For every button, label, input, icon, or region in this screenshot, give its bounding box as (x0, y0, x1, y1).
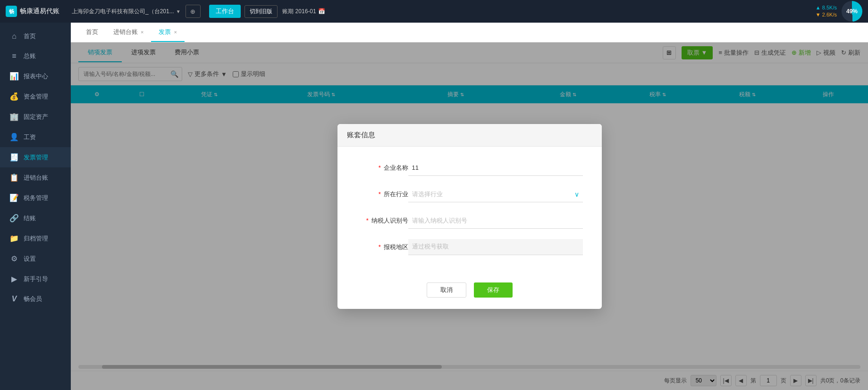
form-row-company-name: * 企业名称 (356, 160, 583, 176)
app-layout: ⌂ 首页 ≡ 总账 📊 报表中心 💰 资金管理 🏢 固定资产 👤 工资 🧾 发票… (0, 23, 868, 390)
salary-icon: 👤 (9, 133, 19, 141)
save-button[interactable]: 保存 (474, 282, 513, 298)
sidebar-label-assets: 固定资产 (24, 113, 48, 121)
sidebar-item-assets[interactable]: 🏢 固定资产 (0, 107, 71, 127)
calendar-icon[interactable]: 📅 (318, 8, 325, 15)
dialog-title: 账套信息 (347, 131, 375, 139)
sidebar-item-funds[interactable]: 💰 资金管理 (0, 86, 71, 107)
sidebar-label-trade: 进销台账 (24, 174, 48, 182)
sidebar-label-settlement: 结账 (24, 214, 36, 223)
sidebar: ⌂ 首页 ≡ 总账 📊 报表中心 💰 资金管理 🏢 固定资产 👤 工资 🧾 发票… (0, 23, 71, 390)
company-action-icon[interactable]: ⊕ (185, 5, 201, 18)
sidebar-label-tax: 税务管理 (24, 194, 48, 202)
label-tax-region: * 报税地区 (356, 243, 408, 251)
sidebar-label-guide: 新手引导 (24, 275, 48, 283)
content-area: 销项发票 进项发票 费用小票 ⊞ 取票 ▼ (71, 42, 868, 390)
sidebar-item-salary[interactable]: 👤 工资 (0, 127, 71, 147)
sidebar-item-invoice[interactable]: 🧾 发票管理 (0, 147, 71, 167)
sidebar-item-trade[interactable]: 📋 进销台账 (0, 167, 71, 188)
sidebar-item-home[interactable]: ⌂ 首页 (0, 26, 71, 46)
download-speed: ▼ 2.6K/s (816, 11, 837, 18)
form-row-tax-id: * 纳税人识别号 (356, 213, 583, 229)
sidebar-label-invoice: 发票管理 (24, 153, 48, 162)
top-bar: 畅 畅康通易代账 上海卯金刀电子科技有限公司_（台201... ▼ ⊕ 工作台 … (0, 0, 868, 23)
label-tax-id: * 纳税人识别号 (356, 216, 408, 225)
label-industry: * 所在行业 (356, 190, 408, 199)
input-tax-region-disabled: 通过税号获取 (408, 239, 583, 255)
app-logo: 畅 畅康通易代账 (6, 6, 67, 17)
sidebar-label-archive: 归档管理 (24, 234, 48, 243)
tab-trade[interactable]: 进销台账 × (106, 23, 151, 42)
tab-bar: 首页 进销台账 × 发票 × (71, 23, 868, 42)
label-company-name: * 企业名称 (356, 164, 408, 172)
company-name: 上海卯金刀电子科技有限公司_（台201... (72, 8, 174, 16)
sidebar-label-ledger: 总账 (24, 52, 36, 60)
workbench-button[interactable]: 工作台 (209, 5, 241, 18)
member-icon: V (9, 295, 19, 303)
form-row-tax-region: * 报税地区 通过税号获取 (356, 239, 583, 255)
cancel-button[interactable]: 取消 (427, 282, 466, 298)
form-row-industry: * 所在行业 请选择行业 ∨ (356, 186, 583, 202)
assets-icon: 🏢 (9, 112, 19, 121)
funds-icon: 💰 (9, 92, 19, 101)
sidebar-item-archive[interactable]: 📁 归档管理 (0, 228, 71, 249)
sidebar-item-member[interactable]: V 畅会员 (0, 289, 71, 309)
dialog-footer: 取消 保存 (337, 275, 602, 309)
logo-icon: 畅 (6, 6, 17, 17)
select-industry[interactable]: 请选择行业 (408, 186, 583, 202)
old-version-button[interactable]: 切到旧版 (244, 5, 278, 18)
sidebar-label-salary: 工资 (24, 133, 36, 141)
archive-icon: 📁 (9, 234, 19, 243)
account-period: 账期 2016-01 📅 (282, 8, 325, 16)
sidebar-label-reports: 报表中心 (24, 72, 48, 81)
tab-trade-close-icon[interactable]: × (141, 29, 143, 35)
sidebar-label-home: 首页 (24, 32, 36, 41)
guide-icon: ▶ (9, 274, 19, 283)
settings-icon: ⚙ (9, 254, 19, 263)
sidebar-label-settings: 设置 (24, 255, 36, 263)
tab-invoice[interactable]: 发票 × (151, 23, 184, 42)
trade-icon: 📋 (9, 173, 19, 182)
sidebar-item-guide[interactable]: ▶ 新手引导 (0, 269, 71, 289)
company-selector[interactable]: 上海卯金刀电子科技有限公司_（台201... ▼ (72, 8, 181, 16)
reports-icon: 📊 (9, 72, 19, 81)
tax-icon: 📝 (9, 193, 19, 202)
home-icon: ⌂ (9, 32, 19, 41)
select-wrap-industry: 请选择行业 ∨ (408, 186, 583, 202)
overlay: 账套信息 * 企业名称 (71, 42, 868, 390)
network-stats: ▲ 8.5K/s ▼ 2.6K/s (816, 4, 837, 19)
app-title: 畅康通易代账 (20, 7, 59, 16)
dialog-header: 账套信息 (337, 124, 602, 147)
dialog-body: * 企业名称 * 所在行业 (337, 147, 602, 275)
sidebar-item-settlement[interactable]: 🔗 结账 (0, 208, 71, 228)
input-tax-id[interactable] (408, 213, 583, 229)
input-company-name[interactable] (408, 160, 583, 176)
invoice-icon: 🧾 (9, 153, 19, 162)
tab-home[interactable]: 首页 (78, 23, 106, 42)
sidebar-item-tax[interactable]: 📝 税务管理 (0, 188, 71, 208)
sidebar-item-settings[interactable]: ⚙ 设置 (0, 249, 71, 269)
top-bar-right: ▲ 8.5K/s ▼ 2.6K/s 49% (816, 1, 862, 22)
company-chevron-icon: ▼ (176, 9, 181, 14)
progress-circle: 49% (842, 1, 862, 22)
settlement-icon: 🔗 (9, 214, 19, 223)
tab-invoice-close-icon[interactable]: × (174, 29, 177, 35)
main-content: 首页 进销台账 × 发票 × 销项发票 进项发票 (71, 23, 868, 390)
ledger-icon: ≡ (9, 52, 19, 60)
sidebar-item-reports[interactable]: 📊 报表中心 (0, 66, 71, 86)
sidebar-label-funds: 资金管理 (24, 92, 48, 101)
top-bar-actions: 工作台 切到旧版 (209, 5, 278, 18)
upload-speed: ▲ 8.5K/s (816, 4, 837, 11)
sidebar-item-ledger[interactable]: ≡ 总账 (0, 46, 71, 66)
sidebar-label-member: 畅会员 (24, 295, 42, 303)
dialog: 账套信息 * 企业名称 (337, 124, 602, 309)
